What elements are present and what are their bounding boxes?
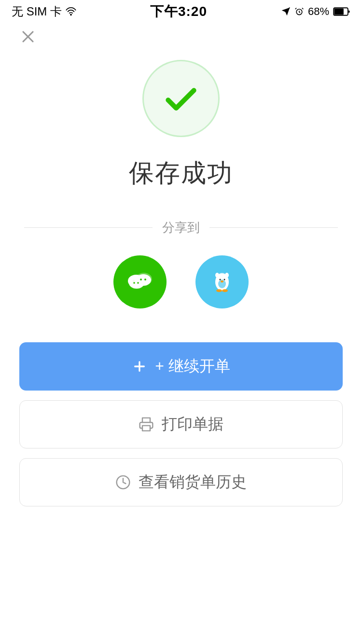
svg-point-15 [133,282,135,284]
svg-point-0 [70,14,71,15]
wifi-icon [66,6,76,17]
history-button[interactable]: 查看销货单历史 [19,458,343,506]
wechat-logo-icon [125,266,155,297]
alarm-icon [294,7,304,16]
status-bar: 无 SIM 卡 下午3:20 68% [0,0,362,21]
history-label: 查看销货单历史 [139,472,247,493]
success-icon-circle [142,60,220,137]
print-button[interactable]: 打印单据 [19,400,343,448]
continue-button[interactable]: + 继续开单 [19,342,343,391]
svg-point-25 [225,273,229,278]
svg-point-14 [144,279,146,280]
share-divider: 分享到 [0,219,362,236]
divider-line-right [209,227,338,228]
svg-rect-31 [142,426,150,431]
continue-label: + 继续开单 [155,356,230,377]
actions-container: + 继续开单 打印单据 查看销货单历史 [0,342,362,506]
location-icon [281,7,291,16]
print-label: 打印单据 [162,414,223,435]
qq-icon [207,266,237,297]
svg-point-26 [216,289,222,292]
share-icons-row [113,255,249,308]
svg-point-24 [215,273,219,278]
clock-icon [115,475,131,490]
divider-line-left [24,227,153,228]
svg-point-27 [222,289,228,292]
checkmark-icon [162,79,200,118]
share-label: 分享到 [153,219,209,236]
status-left: 无 SIM 卡 [12,4,76,19]
svg-point-16 [137,282,139,284]
main-content: 保存成功 分享到 [0,21,362,506]
svg-point-22 [220,279,221,280]
printer-icon [139,417,154,432]
qq-share-button[interactable] [195,255,249,308]
no-sim-text: 无 SIM 卡 [12,4,62,19]
plus-icon [132,359,147,374]
battery-icon [333,7,350,16]
svg-point-28 [221,280,223,282]
status-time: 下午3:20 [150,2,207,21]
svg-rect-4 [334,9,344,15]
svg-point-13 [140,279,142,280]
svg-point-23 [224,279,225,280]
success-title: 保存成功 [129,156,233,190]
svg-marker-1 [282,8,290,16]
status-right: 68% [281,5,350,18]
close-button[interactable] [17,26,39,47]
svg-point-12 [136,274,151,286]
battery-percent: 68% [308,5,329,18]
wechat-share-button[interactable] [113,255,167,308]
